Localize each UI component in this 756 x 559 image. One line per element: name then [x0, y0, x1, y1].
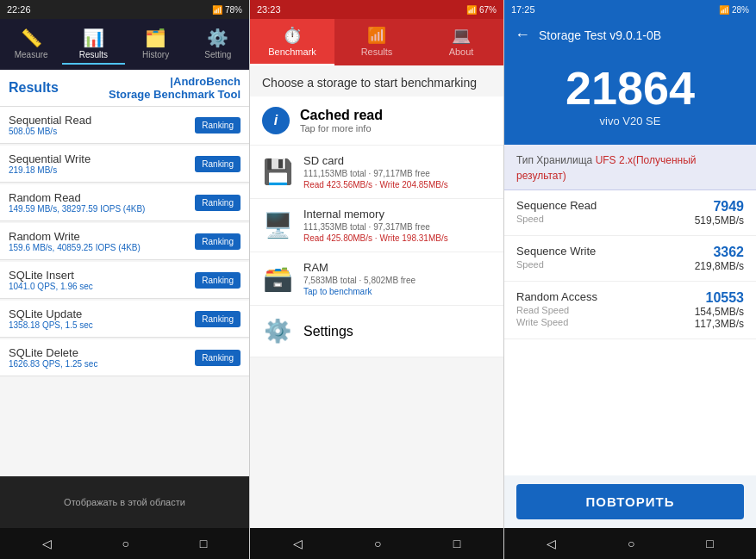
back-nav-icon-2[interactable]: ◁ [293, 537, 303, 550]
result-name-sqlite-insert: SQLite Insert [9, 269, 93, 282]
metric-sub-seq-read: Speed [516, 214, 597, 224]
recent-nav-icon-2[interactable]: □ [453, 537, 460, 550]
nav-setting[interactable]: ⚙️ Setting [187, 24, 249, 65]
cached-subtitle: Tap for more info [300, 123, 383, 134]
bottom-nav-3: ◁ ○ □ [504, 528, 756, 559]
storage-item-ram[interactable]: 🗃️ RAM 7,583MB total · 5,802MB free Tap … [250, 252, 503, 306]
ranking-btn-sqlite-delete[interactable]: Ranking [195, 350, 241, 366]
result-random-read[interactable]: Random Read 149.59 MB/s, 38297.59 IOPS (… [0, 184, 249, 221]
nav-results[interactable]: 📊 Results [62, 24, 124, 65]
ranking-btn-sqlite-update[interactable]: Ranking [195, 311, 241, 327]
metric-value-seq-write: 3362 [695, 245, 744, 260]
ad-text-1: Отображать в этой области [64, 497, 185, 507]
nav-setting-label: Setting [204, 50, 231, 59]
results-title: Results [9, 80, 59, 96]
back-nav-icon-3[interactable]: ◁ [547, 537, 556, 550]
cached-read-info[interactable]: i Cached read Tap for more info [250, 96, 503, 146]
result-val-seq-write: 219.18 MB/s [9, 165, 91, 175]
tab-about[interactable]: 💻 About [419, 19, 503, 65]
internal-memory-icon: 🖥️ [262, 211, 293, 239]
recent-nav-icon-3[interactable]: □ [706, 537, 713, 550]
nav-history[interactable]: 🗂️ History [125, 24, 187, 65]
result-name-seq-write: Sequential Write [9, 152, 91, 165]
settings-label: Settings [303, 324, 353, 339]
ram-info: RAM 7,583MB total · 5,802MB free Tap to … [303, 261, 415, 296]
nav-results-label: Results [79, 50, 108, 59]
time-3: 17:25 [511, 4, 535, 15]
metric-sub-write-random: Write Speed [516, 317, 597, 327]
home-nav-icon-3[interactable]: ○ [628, 537, 634, 550]
metric-left-seq-read: Sequence Read Speed [516, 199, 597, 224]
ranking-btn-seq-write[interactable]: Ranking [195, 156, 241, 172]
metric-read-speed-random: 154,5MB/s [695, 306, 744, 318]
storage-type-label: Тип Хранилища UFS 2.x(Полученный результ… [516, 154, 697, 182]
storage-type-section: Тип Хранилища UFS 2.x(Полученный результ… [504, 145, 756, 190]
result-sqlite-update[interactable]: SQLite Update 1358.18 QPS, 1.5 sec Ranki… [0, 301, 249, 338]
metric-left-random: Random Access Read Speed Write Speed [516, 290, 597, 327]
results-list: Sequential Read 508.05 MB/s Ranking Sequ… [0, 107, 249, 476]
time-1: 22:26 [7, 4, 31, 15]
status-bar-2: 23:23 📶 67% [250, 0, 503, 19]
bottom-nav-1: ◁ ○ □ [0, 528, 249, 559]
result-info-sqlite-update: SQLite Update 1358.18 QPS, 1.5 sec [9, 307, 93, 330]
androbench-header: Results |AndroBench Storage Benchmark To… [0, 70, 249, 107]
androbench-logo-line1: |AndroBench [170, 75, 241, 88]
result-info-sqlite-insert: SQLite Insert 1041.0 QPS, 1.96 sec [9, 269, 93, 291]
metric-name-seq-read: Sequence Read [516, 199, 597, 212]
nav-measure-label: Measure [15, 50, 48, 59]
score-number: 21864 [513, 65, 747, 111]
storage-item-sd[interactable]: 💾 SD card 111,153MB total · 97,117MB fre… [250, 146, 503, 199]
about-tab-icon: 💻 [452, 26, 471, 45]
result-random-write[interactable]: Random Write 159.6 MB/s, 40859.25 IOPS (… [0, 223, 249, 260]
storage-item-internal[interactable]: 🖥️ Internal memory 111,353MB total · 97,… [250, 199, 503, 252]
result-name-sqlite-delete: SQLite Delete [9, 346, 97, 359]
home-nav-icon-2[interactable]: ○ [374, 537, 381, 550]
ranking-btn-sqlite-insert[interactable]: Ranking [195, 272, 241, 289]
nav-measure[interactable]: 📏 Measure [0, 24, 62, 65]
panel3-header-title: Storage Test v9.0.1-0B [539, 28, 661, 42]
result-val-seq-read: 508.05 MB/s [9, 127, 91, 136]
back-button[interactable]: ← [515, 26, 530, 44]
result-val-sqlite-update: 1358.18 QPS, 1.5 sec [9, 320, 93, 330]
recent-nav-icon-1[interactable]: □ [200, 537, 207, 550]
ranking-btn-rand-write[interactable]: Ranking [195, 233, 241, 250]
result-info-seq-read: Sequential Read 508.05 MB/s [9, 114, 91, 136]
ranking-btn-rand-read[interactable]: Ranking [195, 195, 241, 211]
sd-card-detail: 111,153MB total · 97,117MB free [303, 169, 448, 178]
battery-1: 78% [225, 5, 242, 15]
result-sequential-read[interactable]: Sequential Read 508.05 MB/s Ranking [0, 107, 249, 144]
metric-right-seq-write: 3362 219,8MB/s [695, 245, 744, 272]
result-name-rand-write: Random Write [9, 230, 141, 243]
retry-button[interactable]: ПОВТОРИТЬ [516, 484, 744, 519]
status-icons-2: 📶 67% [466, 5, 497, 15]
home-nav-icon-1[interactable]: ○ [122, 537, 129, 550]
info-icon: i [262, 107, 290, 134]
signal-icon: 📶 [212, 5, 222, 15]
result-name-rand-read: Random Read [9, 191, 145, 204]
tab-benchmark[interactable]: ⏱️ Benchmark [250, 19, 334, 65]
internal-memory-detail: 111,353MB total · 97,317MB free [303, 222, 448, 232]
result-sequential-write[interactable]: Sequential Write 219.18 MB/s Ranking [0, 146, 249, 183]
result-sqlite-insert[interactable]: SQLite Insert 1041.0 QPS, 1.96 sec Ranki… [0, 262, 249, 299]
result-val-sqlite-delete: 1626.83 QPS, 1.25 sec [9, 359, 97, 369]
status-icons-1: 📶 78% [212, 5, 242, 15]
result-info-rand-read: Random Read 149.59 MB/s, 38297.59 IOPS (… [9, 191, 145, 214]
metric-sequence-write: Sequence Write Speed 3362 219,8MB/s [504, 236, 756, 282]
score-section: 21864 vivo V20 SE [504, 51, 756, 145]
ranking-btn-seq-read[interactable]: Ranking [195, 117, 241, 134]
sd-card-name: SD card [303, 154, 448, 167]
settings-item[interactable]: ⚙️ Settings [250, 306, 503, 357]
panel-benchmark-select: 23:23 📶 67% ⏱️ Benchmark 📶 Results 💻 Abo… [250, 0, 504, 559]
result-info-seq-write: Sequential Write 219.18 MB/s [9, 152, 91, 175]
tab-results[interactable]: 📶 Results [334, 19, 419, 65]
metric-speed-seq-read: 519,5MB/s [695, 214, 744, 227]
status-bar-3: 17:25 📶 28% [504, 0, 756, 19]
results-tab-icon: 📶 [367, 26, 386, 45]
cached-text: Cached read Tap for more info [300, 108, 383, 134]
back-nav-icon-1[interactable]: ◁ [42, 537, 52, 550]
ram-tap-link: Tap to benchmark [303, 287, 415, 296]
result-sqlite-delete[interactable]: SQLite Delete 1626.83 QPS, 1.25 sec Rank… [0, 339, 249, 376]
sd-card-rw: Read 423.56MB/s · Write 204.85MB/s [303, 180, 448, 189]
metric-sequence-read: Sequence Read Speed 7949 519,5MB/s [504, 190, 756, 236]
result-info-sqlite-delete: SQLite Delete 1626.83 QPS, 1.25 sec [9, 346, 97, 369]
